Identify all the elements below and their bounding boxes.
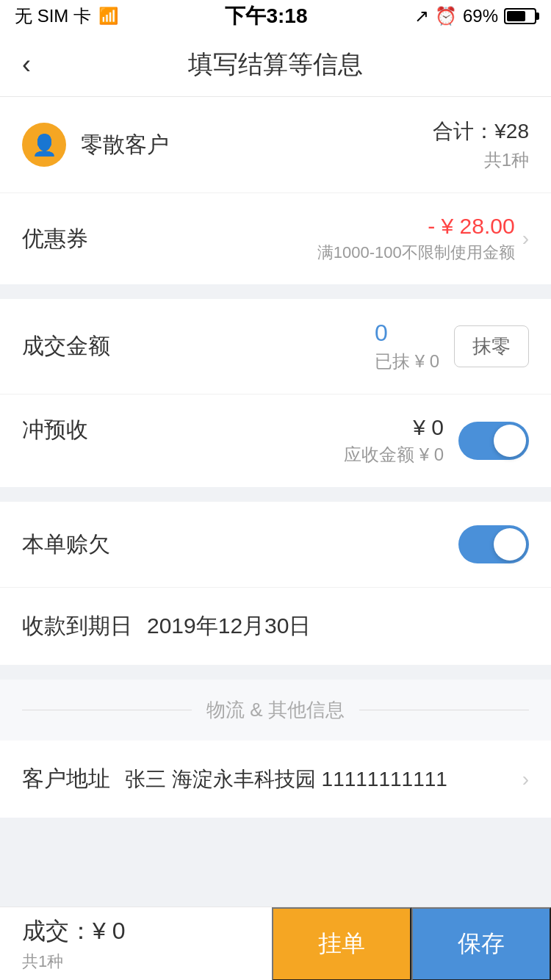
avatar: 👤 [22,123,66,167]
round-off-button[interactable]: 抹零 [454,325,529,367]
transaction-sub: 已抹 ¥ 0 [375,350,439,373]
address-value: 张三 海淀永丰科技园 11111111111 [125,765,522,793]
coupon-info: - ¥ 28.00 满1000-100不限制使用金额 [317,214,515,264]
bottom-transaction-value: ¥ 0 [93,918,125,944]
due-date-value: 2019年12月30日 [147,611,311,641]
battery-icon [504,8,536,24]
debt-row: 本单赊欠 [0,502,551,587]
logistics-line-right [359,710,529,710]
carrier-text: 无 SIM 卡 [15,4,91,28]
battery-percent: 69% [463,6,498,26]
prepayment-label: 冲预收 [22,415,88,445]
address-row[interactable]: 客户地址 张三 海淀永丰科技园 11111111111 › [0,741,551,818]
debt-section: 本单赊欠 收款到期日 2019年12月30日 [0,502,551,665]
bottom-summary: 成交：¥ 0 共1种 [0,915,272,973]
coupon-row[interactable]: 优惠券 - ¥ 28.00 满1000-100不限制使用金额 › [0,192,551,284]
prepayment-sub: 应收金额 ¥ 0 [344,443,444,466]
debt-label: 本单赊欠 [22,530,110,560]
logistics-label: 物流 & 其他信息 [206,697,345,723]
prepayment-amounts: ¥ 0 应收金额 ¥ 0 [344,415,444,466]
pending-button[interactable]: 挂单 [272,907,411,981]
bottom-transaction-label: 成交： [22,918,93,944]
customer-total: 合计：¥28 共1种 [433,118,529,172]
back-button[interactable]: ‹ [22,49,31,80]
customer-row: 👤 零散客户 合计：¥28 共1种 [0,97,551,192]
customer-name: 零散客户 [81,130,169,160]
address-chevron-icon: › [522,768,529,791]
avatar-icon: 👤 [32,133,57,157]
transaction-section: 成交金额 0 已抹 ¥ 0 抹零 冲预收 ¥ 0 应收金额 ¥ 0 [0,299,551,487]
prepayment-right: ¥ 0 应收金额 ¥ 0 [344,415,529,466]
debt-toggle[interactable] [458,525,529,563]
debt-toggle-knob [494,528,526,561]
prepayment-row: 冲预收 ¥ 0 应收金额 ¥ 0 [0,394,551,487]
save-button[interactable]: 保存 [411,907,551,981]
transaction-label: 成交金额 [22,331,110,361]
logistics-header: 物流 & 其他信息 [0,680,551,741]
transaction-value-group: 0 已抹 ¥ 0 [375,320,439,373]
status-right: ↗ ⏰ 69% [414,6,536,26]
logistics-line-left [22,710,192,710]
transaction-value: 0 [375,320,439,347]
content: 👤 零散客户 合计：¥28 共1种 优惠券 - ¥ 28.00 满1000-10… [0,97,551,920]
coupon-discount: - ¥ 28.00 [317,214,515,239]
address-label: 客户地址 [22,764,110,794]
coupon-label: 优惠券 [22,224,88,254]
status-bar: 无 SIM 卡 📶 下午3:18 ↗ ⏰ 69% [0,0,551,32]
total-count: 共1种 [433,148,529,172]
transaction-right: 0 已抹 ¥ 0 抹零 [375,320,529,373]
wifi-icon: 📶 [98,7,118,26]
prepayment-toggle[interactable] [458,422,529,460]
alarm-icon: ⏰ [435,6,457,26]
prepayment-amount: ¥ 0 [344,415,444,440]
logistics-section: 物流 & 其他信息 客户地址 张三 海淀永丰科技园 11111111111 › [0,680,551,818]
status-time: 下午3:18 [225,2,307,30]
nav-bar: ‹ 填写结算等信息 [0,32,551,97]
bottom-transaction-text: 成交：¥ 0 [22,915,250,948]
customer-info: 👤 零散客户 [22,123,169,167]
coupon-desc: 满1000-100不限制使用金额 [317,242,515,264]
bottom-count: 共1种 [22,951,250,973]
toggle-knob [494,425,526,457]
total-amount: 合计：¥28 [433,118,529,145]
transaction-row: 成交金额 0 已抹 ¥ 0 抹零 [0,299,551,394]
location-icon: ↗ [414,6,429,26]
due-date-label: 收款到期日 [22,611,132,641]
status-left: 无 SIM 卡 📶 [15,4,118,28]
coupon-right: - ¥ 28.00 满1000-100不限制使用金额 › [317,214,529,264]
page-title: 填写结算等信息 [188,48,363,82]
coupon-chevron-icon: › [522,227,529,251]
due-date-row: 收款到期日 2019年12月30日 [0,587,551,665]
bottom-bar: 成交：¥ 0 共1种 挂单 保存 [0,907,551,980]
customer-section: 👤 零散客户 合计：¥28 共1种 优惠券 - ¥ 28.00 满1000-10… [0,97,551,284]
